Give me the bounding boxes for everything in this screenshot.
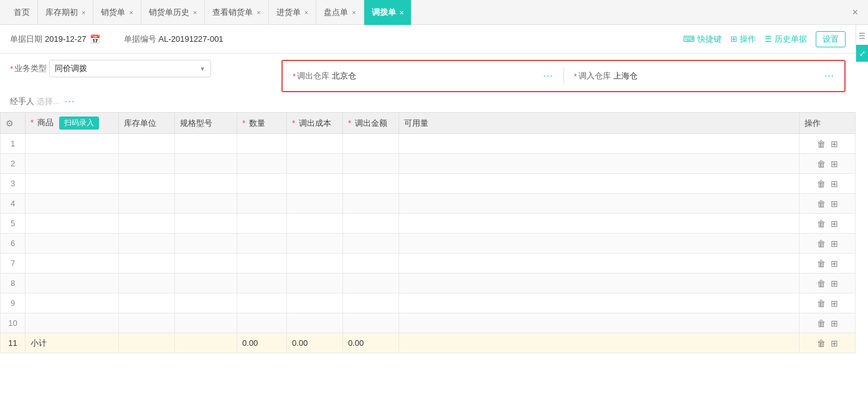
delete-row-button[interactable]: 🗑: [817, 298, 826, 308]
delete-row-button[interactable]: 🗑: [817, 199, 826, 209]
cell-spec[interactable]: [175, 214, 237, 234]
cell-cost[interactable]: [287, 234, 343, 254]
business-type-select[interactable]: 同价调拨 ▼: [49, 60, 211, 77]
cell-available[interactable]: [399, 254, 800, 274]
cell-goods[interactable]: [26, 154, 119, 174]
warehouse-in-more[interactable]: ···: [824, 70, 834, 82]
cell-goods[interactable]: [26, 174, 119, 194]
cell-cost[interactable]: [287, 274, 343, 293]
cell-spec[interactable]: [175, 234, 237, 254]
warehouse-out-more[interactable]: ···: [543, 70, 553, 82]
cell-spec[interactable]: [175, 154, 237, 174]
copy-row-button[interactable]: ⊞: [831, 278, 838, 288]
tab-inventory-init[interactable]: 库存期初 ×: [38, 0, 93, 25]
cell-unit[interactable]: [119, 293, 175, 313]
cell-cost[interactable]: [287, 214, 343, 234]
scan-button[interactable]: 扫码录入: [59, 117, 99, 130]
cell-available[interactable]: [399, 194, 800, 214]
cell-unit[interactable]: [119, 274, 175, 293]
settings-button[interactable]: 设置: [816, 31, 846, 47]
cell-amount[interactable]: [343, 254, 399, 274]
cell-cost[interactable]: [287, 174, 343, 194]
cell-available[interactable]: [399, 234, 800, 254]
tab-transfer[interactable]: 调拨单 ×: [364, 0, 412, 25]
close-tab-sales-history[interactable]: ×: [193, 9, 197, 16]
close-all-tabs[interactable]: ×: [847, 7, 863, 18]
cell-goods[interactable]: [26, 254, 119, 274]
cell-goods[interactable]: [26, 234, 119, 254]
cell-qty[interactable]: [237, 174, 287, 194]
cell-available[interactable]: [399, 154, 800, 174]
close-tab-stocktake[interactable]: ×: [352, 9, 356, 16]
cell-spec[interactable]: [175, 313, 237, 333]
delete-row-button[interactable]: 🗑: [817, 318, 826, 328]
cell-amount[interactable]: [343, 134, 399, 154]
close-tab-inventory-init[interactable]: ×: [82, 9, 85, 16]
cell-amount[interactable]: [343, 154, 399, 174]
history-button[interactable]: ☰ 历史单据: [765, 34, 807, 45]
cell-qty[interactable]: [237, 313, 287, 333]
copy-row-button[interactable]: ⊞: [831, 139, 838, 149]
delete-row-button[interactable]: 🗑: [817, 159, 826, 169]
cell-available[interactable]: [399, 293, 800, 313]
col-header-gear[interactable]: ⚙: [1, 113, 26, 134]
cell-goods[interactable]: [26, 194, 119, 214]
copy-row-button[interactable]: ⊞: [831, 338, 838, 348]
tab-sales-order[interactable]: 销货单 ×: [93, 0, 141, 25]
shortcuts-button[interactable]: ⌨ 快捷键: [683, 34, 722, 45]
cell-qty[interactable]: [237, 194, 287, 214]
close-tab-purchase[interactable]: ×: [304, 9, 308, 16]
cell-available[interactable]: [399, 214, 800, 234]
cell-spec[interactable]: [175, 174, 237, 194]
cell-available[interactable]: [399, 174, 800, 194]
cell-goods[interactable]: [26, 293, 119, 313]
delete-row-button[interactable]: 🗑: [817, 219, 826, 229]
cell-spec[interactable]: [175, 293, 237, 313]
delete-row-button[interactable]: 🗑: [817, 278, 826, 288]
cell-amount[interactable]: [343, 234, 399, 254]
person-more[interactable]: ···: [65, 96, 75, 107]
cell-amount[interactable]: [343, 194, 399, 214]
cell-available[interactable]: [399, 274, 800, 293]
cell-cost[interactable]: [287, 254, 343, 274]
operations-button[interactable]: ⊞ 操作: [730, 34, 756, 45]
cell-amount[interactable]: [343, 274, 399, 293]
cell-spec[interactable]: [175, 254, 237, 274]
copy-row-button[interactable]: ⊞: [831, 259, 838, 269]
cell-available[interactable]: [399, 333, 800, 353]
cell-qty[interactable]: [237, 154, 287, 174]
tab-sales-history[interactable]: 销货单历史 ×: [141, 0, 205, 25]
close-tab-view-sales[interactable]: ×: [257, 9, 260, 16]
cell-goods[interactable]: [26, 214, 119, 234]
cell-amount[interactable]: [343, 313, 399, 333]
sidebar-notes-icon[interactable]: ☰: [856, 27, 869, 45]
copy-row-button[interactable]: ⊞: [831, 179, 838, 189]
copy-row-button[interactable]: ⊞: [831, 159, 838, 169]
cell-unit[interactable]: [119, 134, 175, 154]
tab-home[interactable]: 首页: [5, 0, 38, 25]
delete-row-button[interactable]: 🗑: [817, 179, 826, 189]
tab-stocktake[interactable]: 盘点单 ×: [316, 0, 364, 25]
copy-row-button[interactable]: ⊞: [831, 318, 838, 328]
copy-row-button[interactable]: ⊞: [831, 219, 838, 229]
cell-qty[interactable]: [237, 234, 287, 254]
cell-qty[interactable]: [237, 214, 287, 234]
cell-cost[interactable]: [287, 293, 343, 313]
cell-qty[interactable]: [237, 293, 287, 313]
delete-row-button[interactable]: 🗑: [817, 139, 826, 149]
copy-row-button[interactable]: ⊞: [831, 298, 838, 308]
cell-amount[interactable]: [343, 174, 399, 194]
cell-amount[interactable]: [343, 293, 399, 313]
copy-row-button[interactable]: ⊞: [831, 239, 838, 249]
cell-cost[interactable]: [287, 154, 343, 174]
cell-unit[interactable]: [119, 194, 175, 214]
sidebar-expand-icon[interactable]: ⤢: [856, 45, 869, 62]
cell-unit[interactable]: [119, 313, 175, 333]
cell-available[interactable]: [399, 134, 800, 154]
delete-row-button[interactable]: 🗑: [817, 239, 826, 249]
cell-goods[interactable]: [26, 313, 119, 333]
cell-amount[interactable]: [343, 214, 399, 234]
delete-row-button[interactable]: 🗑: [817, 259, 826, 269]
cell-cost[interactable]: [287, 134, 343, 154]
cell-spec[interactable]: [175, 274, 237, 293]
